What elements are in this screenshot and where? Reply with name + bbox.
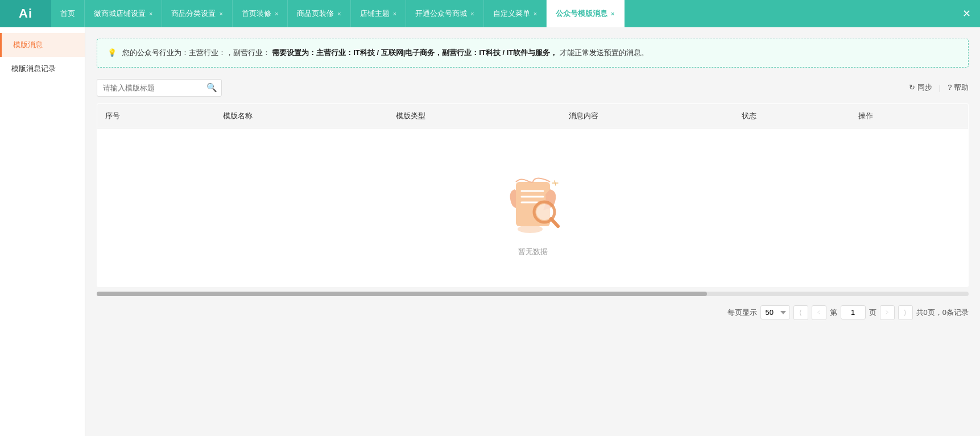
tab-close-icon[interactable]: ×: [149, 10, 152, 17]
nav-tab[interactable]: 公众号模版消息 ×: [547, 0, 624, 27]
prev-page-button[interactable]: ﹤: [812, 305, 826, 320]
tab-close-icon[interactable]: ×: [337, 10, 341, 17]
nav-tab[interactable]: 店铺主题 ×: [351, 0, 406, 27]
tab-close-icon[interactable]: ×: [611, 10, 614, 17]
nav-tab[interactable]: 商品页装修 ×: [288, 0, 350, 27]
svg-point-6: [536, 204, 552, 220]
svg-point-0: [518, 225, 543, 233]
table-header-action: 操作: [850, 103, 968, 128]
tab-close-icon[interactable]: ×: [534, 10, 537, 17]
help-label: 帮助: [954, 83, 969, 92]
tab-close-icon[interactable]: ×: [393, 10, 396, 17]
horizontal-scrollbar[interactable]: [97, 292, 969, 296]
table-header-type: 模版类型: [388, 103, 561, 128]
notice-prefix: 您的公众号行业为：主营行业：，副营行业：: [122, 48, 270, 57]
sidebar-item[interactable]: 模版消息: [0, 33, 85, 57]
sidebar-item[interactable]: 模版消息记录: [0, 57, 85, 81]
data-table: 序号模版名称模版类型消息内容状态操作: [97, 103, 969, 287]
nav-tab[interactable]: 开通公众号商城 ×: [406, 0, 483, 27]
nav-tab[interactable]: 商品分类设置 ×: [162, 0, 232, 27]
notice-highlight: 需要设置为：主营行业：IT科技 / 互联网|电子商务，副营行业：IT科技 / I…: [272, 48, 557, 57]
page-input[interactable]: [841, 305, 866, 319]
page-label: 第: [830, 308, 837, 318]
help-button[interactable]: ? 帮助: [948, 82, 969, 93]
tab-close-icon[interactable]: ×: [275, 10, 278, 17]
last-page-button[interactable]: ⟩: [898, 305, 913, 320]
sync-label: 同步: [917, 83, 932, 92]
search-input-wrap: 🔍: [97, 79, 222, 97]
scroll-thumb: [97, 292, 707, 296]
notice-suffix: 才能正常发送预置的消息。: [560, 48, 648, 57]
sync-icon: ↻: [909, 83, 915, 92]
sync-button[interactable]: ↻ 同步: [909, 82, 932, 93]
notice-box: 💡 您的公众号行业为：主营行业：，副营行业： 需要设置为：主营行业：IT科技 /…: [97, 39, 969, 68]
pagination-bar: 每页显示 50 10 20 100 ⟨ ﹤ 第 页 ﹥ ⟩ 共0页，0条记录: [97, 298, 969, 320]
page-suffix: 页: [869, 308, 876, 318]
per-page-label: 每页显示: [727, 308, 757, 318]
search-bar-right: ↻ 同步 | ? 帮助: [909, 82, 969, 93]
tab-close-icon[interactable]: ×: [470, 10, 474, 17]
content-area: 💡 您的公众号行业为：主营行业：，副营行业： 需要设置为：主营行业：IT科技 /…: [85, 27, 980, 436]
search-icon[interactable]: 🔍: [206, 82, 217, 93]
table-header-index: 序号: [97, 103, 215, 128]
table-header-name: 模版名称: [215, 103, 388, 128]
table-header-content: 消息内容: [561, 103, 734, 128]
search-input[interactable]: [97, 79, 222, 97]
tab-close-icon[interactable]: ×: [219, 10, 222, 17]
per-page-select[interactable]: 50 10 20 100: [760, 305, 790, 319]
main-layout: 模版消息模版消息记录 💡 您的公众号行业为：主营行业：，副营行业： 需要设置为：…: [0, 27, 980, 436]
empty-state: 暂无数据: [105, 135, 960, 280]
next-page-button[interactable]: ﹥: [880, 305, 895, 320]
first-page-button[interactable]: ⟨: [793, 305, 808, 320]
sidebar: 模版消息模版消息记录: [0, 27, 85, 436]
close-window-button[interactable]: ✕: [953, 0, 980, 27]
nav-tabs: 首页微商城店铺设置 ×商品分类设置 ×首页装修 ×商品页装修 ×店铺主题 ×开通…: [51, 0, 953, 27]
table-header-status: 状态: [734, 103, 850, 128]
svg-line-7: [551, 219, 558, 226]
top-navbar: Ai 首页微商城店铺设置 ×商品分类设置 ×首页装修 ×商品页装修 ×店铺主题 …: [0, 0, 980, 27]
search-bar: 🔍 ↻ 同步 | ? 帮助: [97, 79, 969, 97]
divider: |: [939, 84, 941, 92]
nav-tab[interactable]: 首页: [51, 0, 85, 27]
empty-illustration: [499, 169, 567, 238]
nav-tab[interactable]: 首页装修 ×: [233, 0, 288, 27]
page-total: 共0页，0条记录: [916, 308, 969, 318]
help-icon: ?: [948, 83, 952, 92]
empty-text: 暂无数据: [105, 247, 960, 257]
nav-tab[interactable]: 微商城店铺设置 ×: [85, 0, 162, 27]
nav-tab[interactable]: 自定义菜单 ×: [484, 0, 547, 27]
logo: Ai: [0, 0, 51, 27]
notice-icon: 💡: [107, 48, 117, 57]
